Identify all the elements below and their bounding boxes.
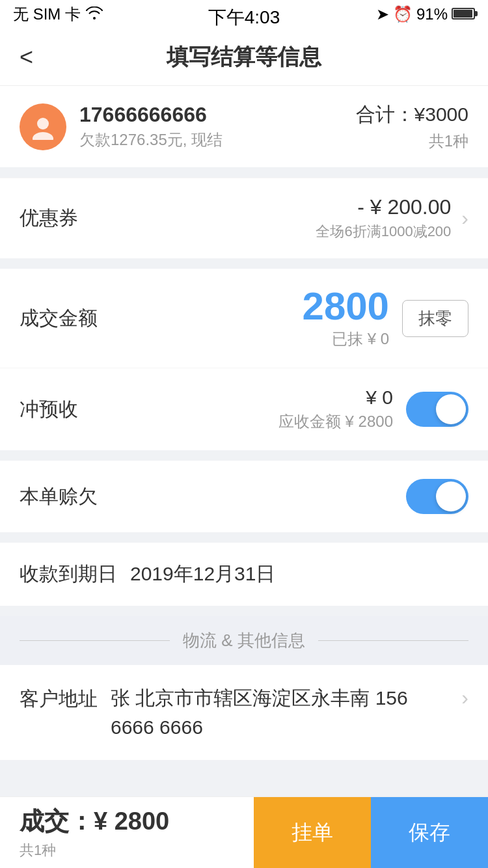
logistics-line-left (20, 640, 170, 641)
location-icon: ➤ (376, 5, 389, 23)
status-bar: 无 SIM 卡 下午4:03 ➤ ⏰ 91% (0, 0, 488, 29)
bottom-summary: 成交：¥ 2800 共1种 (0, 805, 254, 860)
coupon-amount: - ¥ 200.00 (316, 195, 451, 219)
total-count: 共1种 (356, 131, 468, 152)
user-debt: 欠款1276.35元, 现结 (79, 129, 356, 150)
advance-amount-stack: ¥ 0 应收金额 ¥ 2800 (111, 387, 393, 432)
alarm-icon: ⏰ (393, 5, 413, 23)
hold-button[interactable]: 挂单 (254, 797, 371, 868)
baddebt-toggle[interactable] (406, 479, 468, 514)
bottom-count: 共1种 (20, 841, 234, 860)
advance-label: 冲预收 (20, 396, 111, 423)
advance-value-area: ¥ 0 应收金额 ¥ 2800 (111, 387, 468, 432)
advance-toggle[interactable] (406, 392, 468, 427)
baddebt-label: 本单赊欠 (20, 483, 406, 510)
status-bar-time: 下午4:03 (208, 5, 280, 30)
status-bar-left: 无 SIM 卡 (13, 4, 103, 25)
duedate-label: 收款到期日 (20, 561, 117, 588)
logistics-divider: 物流 & 其他信息 (0, 616, 488, 665)
address-chevron-right-icon: › (461, 686, 468, 710)
transaction-label: 成交金额 (20, 305, 111, 332)
bottom-transaction-text: 成交：¥ 2800 (20, 805, 234, 838)
transaction-section: 成交金额 2800 已抹 ¥ 0 抹零 冲预收 ¥ 0 应收金额 ¥ 2800 (0, 269, 488, 450)
user-details: 17666666666 欠款1276.35元, 现结 (79, 103, 356, 150)
nav-header: < 填写结算等信息 (0, 29, 488, 86)
battery-percent: 91% (416, 5, 448, 23)
logistics-line-right (318, 640, 468, 641)
coupon-value-area: - ¥ 200.00 全场6折满1000减200 (316, 195, 451, 241)
svg-point-0 (37, 118, 49, 129)
advance-toggle-knob (436, 394, 466, 424)
total-amount: 合计：¥3000 (356, 102, 468, 128)
address-label: 客户地址 (20, 686, 111, 712)
content-area: 17666666666 欠款1276.35元, 现结 合计：¥3000 共1种 … (0, 86, 488, 868)
duedate-value: 2019年12月31日 (130, 561, 275, 588)
user-phone: 17666666666 (79, 103, 356, 127)
advance-row: 冲预收 ¥ 0 应收金额 ¥ 2800 (0, 368, 488, 450)
user-info-row: 17666666666 欠款1276.35元, 现结 合计：¥3000 共1种 (0, 86, 488, 167)
round-button[interactable]: 抹零 (402, 300, 468, 337)
back-button[interactable]: < (20, 37, 40, 77)
coupon-chevron-right-icon: › (461, 206, 468, 230)
wifi-icon (86, 5, 103, 23)
baddebt-toggle-knob (436, 481, 466, 511)
coupon-section: 优惠券 - ¥ 200.00 全场6折满1000减200 › (0, 178, 488, 258)
baddebt-row: 本单赊欠 (0, 461, 488, 532)
coupon-label: 优惠券 (20, 205, 316, 232)
baddebt-section: 本单赊欠 (0, 461, 488, 532)
carrier-text: 无 SIM 卡 (13, 4, 81, 25)
transaction-row: 成交金额 2800 已抹 ¥ 0 抹零 (0, 269, 488, 368)
user-total: 合计：¥3000 共1种 (356, 102, 468, 152)
address-value: 张 北京市市辖区海淀区永丰南 156 6666 6666 (111, 683, 451, 742)
bottom-bar: 成交：¥ 2800 共1种 挂单 保存 (0, 796, 488, 868)
bottom-transaction-amount: ¥ 2800 (94, 807, 169, 835)
coupon-desc: 全场6折满1000减200 (316, 222, 451, 241)
advance-sub: 应收金额 ¥ 2800 (111, 411, 393, 432)
bottom-transaction-label: 成交： (20, 807, 94, 835)
battery-icon (452, 5, 475, 23)
duedate-section: 收款到期日 2019年12月31日 (0, 543, 488, 606)
bottom-btn-group: 挂单 保存 (254, 797, 488, 868)
transaction-value-area: 2800 已抹 ¥ 0 抹零 (111, 287, 468, 349)
address-row[interactable]: 客户地址 张 北京市市辖区海淀区永丰南 156 6666 6666 › (0, 665, 488, 760)
status-bar-right: ➤ ⏰ 91% (376, 5, 475, 23)
coupon-row[interactable]: 优惠券 - ¥ 200.00 全场6折满1000减200 › (0, 178, 488, 258)
page-title: 填写结算等信息 (167, 42, 321, 72)
svg-point-1 (33, 132, 53, 140)
avatar (20, 103, 66, 150)
transaction-amount-stack: 2800 已抹 ¥ 0 (111, 287, 389, 349)
advance-amount: ¥ 0 (111, 387, 393, 409)
transaction-amount: 2800 (111, 287, 389, 326)
save-button[interactable]: 保存 (371, 797, 488, 868)
erased-text: 已抹 ¥ 0 (111, 329, 389, 349)
duedate-row: 收款到期日 2019年12月31日 (0, 543, 488, 606)
logistics-text: 物流 & 其他信息 (170, 629, 318, 652)
